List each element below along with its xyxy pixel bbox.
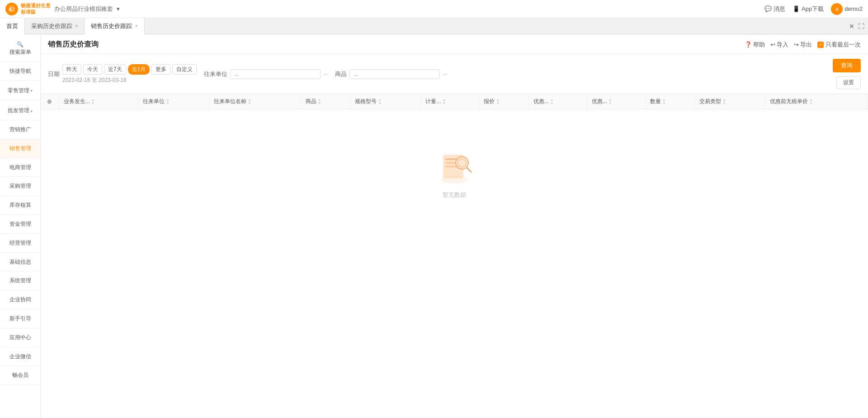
- date-btn-7days[interactable]: 近7天: [104, 64, 126, 75]
- date-buttons: 昨天 今天 近7天 近1月 更多 自定义: [62, 64, 197, 75]
- table-header-partner-code[interactable]: 往来单位 ▲ ▼: [138, 94, 209, 109]
- sidebar-item-member[interactable]: 畅会员: [0, 366, 40, 385]
- sidebar-item-enterprise[interactable]: 企业协同: [0, 290, 40, 309]
- tab-actions: ✕ ⛶: [849, 23, 868, 30]
- tabbar: 首页 采购历史价跟踪 × 销售历史价跟踪 × ✕ ⛶: [0, 18, 868, 34]
- empty-icon: [434, 146, 475, 186]
- filter-area: 日期 昨天 今天 近7天 近1月 更多 自定义 2023-02-18 至 202…: [41, 54, 868, 94]
- table-header-qty[interactable]: 数量 ▲ ▼: [645, 94, 694, 109]
- sidebar-item-operations[interactable]: 经营管理: [0, 234, 40, 253]
- sidebar-retail-label: 零售管理: [8, 87, 29, 95]
- table-header-spec[interactable]: 规格型号 ▲ ▼: [350, 94, 421, 109]
- app-download-button[interactable]: 📱 App下载: [793, 5, 824, 13]
- table-header-quote[interactable]: 报价 ▲ ▼: [479, 94, 528, 109]
- topbar-dropdown-icon[interactable]: ▾: [117, 5, 120, 12]
- sort-icons-quote: ▲ ▼: [496, 98, 500, 105]
- tab-sales-label: 销售历史价跟踪: [91, 22, 132, 30]
- topbar-title: 办公用品行业模拟账套: [54, 5, 113, 13]
- partner-input[interactable]: [230, 69, 321, 79]
- sort-icons-unit: ▲ ▼: [442, 98, 446, 105]
- sidebar-item-newbie[interactable]: 新手引导: [0, 309, 40, 328]
- sidebar-basic-label: 基础信息: [2, 258, 38, 266]
- tab-sales-history[interactable]: 销售历史价跟踪 ×: [85, 18, 144, 34]
- topbar-left: 6 畅捷通好生意 标准版 办公用品行业模拟账套 ▾: [5, 3, 120, 15]
- sidebar-item-search[interactable]: 🔍 搜索菜单: [0, 34, 40, 62]
- sidebar-item-wholesale[interactable]: 批发管理 ▴: [0, 100, 40, 120]
- content-area: 销售历史价查询 ❓ 帮助 ↩ 导入 ↪ 导出 只看最后一次: [41, 34, 868, 418]
- sidebar-item-sales[interactable]: 销售管理: [0, 139, 40, 158]
- help-button[interactable]: ❓ 帮助: [745, 41, 765, 49]
- date-btn-custom[interactable]: 自定义: [172, 64, 197, 75]
- sidebar-ecommerce-label: 电商管理: [2, 164, 38, 171]
- sidebar-finance-label: 资金管理: [2, 220, 38, 228]
- tab-maximize-button[interactable]: ⛶: [858, 23, 864, 30]
- sidebar-item-finance[interactable]: 资金管理: [0, 215, 40, 234]
- tab-home[interactable]: 首页: [0, 18, 25, 34]
- settings-button[interactable]: 设置: [836, 76, 861, 89]
- date-filter: 日期 昨天 今天 近7天 近1月 更多 自定义 2023-02-18 至 202…: [48, 64, 197, 84]
- empty-state: 暂无数据: [41, 109, 868, 235]
- goods-input[interactable]: [349, 69, 440, 79]
- topbar-right: 💬 消息 📱 App下载 d demo2: [764, 3, 863, 15]
- user-profile[interactable]: d demo2: [831, 3, 863, 15]
- sort-icons-spec: ▲ ▼: [378, 98, 382, 105]
- import-button[interactable]: ↩ 导入: [770, 41, 788, 49]
- sidebar-item-wechat[interactable]: 企业微信: [0, 347, 40, 366]
- date-range-text: 2023-02-18 至 2023-03-18: [62, 76, 197, 84]
- sidebar-item-ecommerce[interactable]: 电商管理: [0, 158, 40, 177]
- date-btn-1month[interactable]: 近1月: [128, 64, 150, 75]
- table-header-biz-date[interactable]: 业务发生... ▲ ▼: [59, 94, 138, 109]
- tab-purchase-history[interactable]: 采购历史价跟踪 ×: [25, 18, 85, 34]
- sidebar-item-basic[interactable]: 基础信息: [0, 253, 40, 272]
- table-header-discount2[interactable]: 优惠... ▲ ▼: [587, 94, 645, 109]
- sidebar-purchase-label: 采购管理: [2, 182, 38, 190]
- table-header-trade-type[interactable]: 交易类型 ▲ ▼: [694, 94, 765, 109]
- table-header-discount1[interactable]: 优惠... ▲ ▼: [528, 94, 587, 109]
- sidebar-item-purchase[interactable]: 采购管理: [0, 177, 40, 196]
- svg-rect-6: [445, 166, 457, 167]
- only-last-checkbox-label[interactable]: 只看最后一次: [817, 41, 861, 49]
- table-gear-icon[interactable]: ⚙: [47, 99, 52, 105]
- sidebar-item-retail[interactable]: 零售管理 ▾: [0, 81, 40, 100]
- wholesale-arrow-icon: ▴: [30, 108, 33, 114]
- message-button[interactable]: 💬 消息: [764, 5, 785, 13]
- sort-icons-pretax-price: ▲ ▼: [809, 98, 813, 105]
- sort-icons-discount1: ▲ ▼: [550, 98, 554, 105]
- date-btn-yesterday[interactable]: 昨天: [62, 64, 81, 75]
- sidebar-system-label: 系统管理: [2, 277, 38, 285]
- tab-purchase-close[interactable]: ×: [75, 24, 78, 28]
- sidebar-search-label: 搜索菜单: [2, 48, 38, 56]
- table-header-partner-name[interactable]: 往来单位名称 ▲ ▼: [209, 94, 301, 109]
- partner-ellipsis-icon[interactable]: ···: [323, 71, 328, 77]
- table-header-goods[interactable]: 商品 ▲ ▼: [301, 94, 350, 109]
- table-header-unit[interactable]: 计量... ▲ ▼: [421, 94, 479, 109]
- export-button[interactable]: ↪ 导出: [794, 41, 812, 49]
- sidebar-wholesale-label: 批发管理: [8, 107, 29, 114]
- sidebar-item-shortcut[interactable]: 快捷导航: [0, 62, 40, 81]
- partner-filter-label: 往来单位: [204, 70, 227, 78]
- tab-home-label: 首页: [6, 22, 18, 30]
- tab-close-window-button[interactable]: ✕: [849, 23, 854, 30]
- sidebar-item-marketing[interactable]: 营销推广: [0, 120, 40, 139]
- empty-text: 暂无数据: [443, 191, 466, 199]
- only-last-checkbox[interactable]: [817, 42, 824, 48]
- query-button[interactable]: 查询: [833, 59, 861, 72]
- logo-area: 6 畅捷通好生意 标准版: [5, 3, 51, 15]
- goods-ellipsis-icon[interactable]: ···: [443, 71, 447, 77]
- table-header-row: ⚙ 业务发生... ▲ ▼: [41, 94, 868, 109]
- sidebar-item-apps[interactable]: 应用中心: [0, 328, 40, 347]
- tab-sales-close[interactable]: ×: [135, 24, 137, 28]
- partner-filter: 往来单位 ···: [204, 69, 328, 79]
- sidebar-item-system[interactable]: 系统管理: [0, 271, 40, 290]
- page-title: 销售历史价查询: [48, 40, 99, 49]
- filter-right-actions: 查询 设置: [833, 59, 861, 89]
- table-header-settings[interactable]: ⚙: [41, 94, 59, 109]
- message-icon: 💬: [764, 5, 772, 12]
- phone-icon: 📱: [793, 5, 800, 12]
- sidebar-item-inventory[interactable]: 库存核算: [0, 196, 40, 215]
- table-header-pretax-price[interactable]: 优惠前无税单价 ▲ ▼: [765, 94, 868, 109]
- date-btn-more[interactable]: 更多: [151, 64, 170, 75]
- svg-rect-5: [445, 162, 455, 164]
- sidebar-newbie-label: 新手引导: [2, 315, 38, 323]
- date-btn-today[interactable]: 今天: [83, 64, 102, 75]
